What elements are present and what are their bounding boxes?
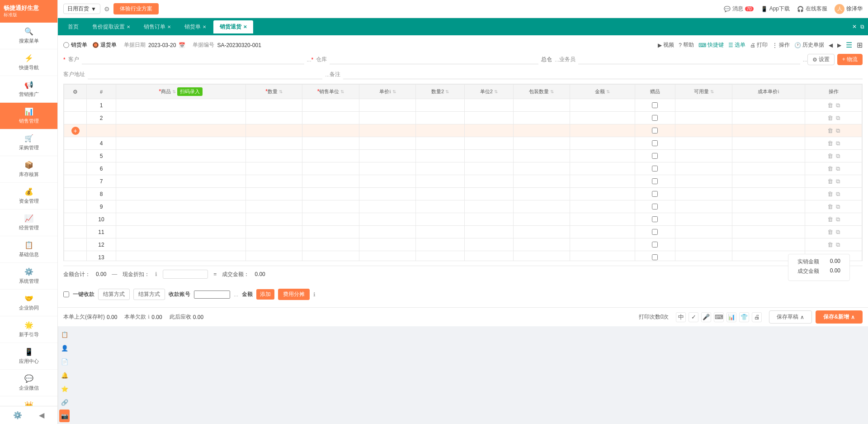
radio-sale[interactable]: 销货单 (63, 41, 87, 49)
delete-row-4-icon[interactable]: 🗑 (827, 140, 833, 147)
history-btn[interactable]: 🕐 历史单据 (794, 41, 824, 49)
row-unit2-3[interactable] (465, 124, 514, 137)
toolbar-icon-1[interactable]: 中 (676, 312, 686, 322)
copy-row-12-icon[interactable]: ⧉ (836, 241, 840, 248)
sidebar-item-apps[interactable]: 📱 应用中心 (0, 343, 57, 370)
delete-row-10-icon[interactable]: 🗑 (827, 216, 833, 223)
sidebar-item-system[interactable]: ⚙️ 系统管理 (0, 263, 57, 290)
row-unit2-2[interactable] (465, 112, 514, 124)
delete-row-9-icon[interactable]: 🗑 (827, 203, 833, 210)
operation-btn[interactable]: ⋮ 操作 (772, 41, 790, 49)
video-btn[interactable]: ▶ 视频 (658, 41, 674, 49)
row-unit-1[interactable] (302, 99, 359, 112)
discount-info-icon[interactable]: ℹ (155, 271, 157, 277)
delete-row-12-icon[interactable]: 🗑 (827, 241, 833, 248)
row-amount-1[interactable] (570, 99, 635, 112)
sort-unit-icon[interactable]: ⇅ (340, 89, 344, 94)
expense-split-btn[interactable]: 费用分摊 (278, 289, 310, 300)
settings-btn[interactable]: ⚙ 设置 (807, 54, 835, 65)
save-draft-btn[interactable]: 保存草稿 ∧ (769, 310, 812, 324)
delete-row-11-icon[interactable]: 🗑 (827, 229, 833, 236)
row-price-1[interactable] (359, 99, 416, 112)
sidebar-item-purchase[interactable]: 🛒 采购管理 (0, 129, 57, 156)
sidebar-item-member[interactable]: 👑 畅会员 (0, 396, 57, 406)
customer-dots[interactable]: ... (307, 57, 311, 63)
tab-close-price-setting[interactable]: ✕ (127, 24, 130, 29)
sidebar-item-enterprise[interactable]: 🤝 企业协同 (0, 290, 57, 316)
tab-close-sales-return[interactable]: ✕ (243, 24, 247, 29)
copy-row-9-icon[interactable]: ⧉ (836, 203, 840, 210)
sort-pkgqty-icon[interactable]: ⇅ (550, 89, 554, 94)
experience-btn[interactable]: 体验行业方案 (113, 3, 159, 14)
right-panel-icon-4[interactable]: 🔔 (59, 369, 70, 381)
settlement-method-btn[interactable]: 结算方式 (98, 289, 130, 300)
tab-sales[interactable]: 销货单 ✕ (178, 20, 212, 33)
right-panel-icon-2[interactable]: 👤 (59, 342, 70, 354)
cost-info-icon[interactable]: ℹ (778, 89, 779, 94)
nav-prev-icon[interactable]: ◀ (829, 42, 833, 48)
salesperson-input[interactable] (578, 55, 800, 64)
tab-close-sales-order[interactable]: ✕ (167, 24, 171, 29)
row-pkgqty-1[interactable] (513, 99, 570, 112)
warehouse-dots[interactable]: ... (555, 57, 559, 63)
warehouse-input[interactable] (330, 55, 538, 64)
discount-input[interactable] (163, 270, 208, 279)
row-qty-1[interactable] (245, 99, 302, 112)
one-key-payment-checkbox[interactable] (63, 291, 69, 297)
right-panel-icon-6[interactable]: 🔗 (59, 396, 70, 409)
nav-next-icon[interactable]: ▶ (837, 42, 841, 48)
company-select[interactable]: 日用百货 ▼ (63, 4, 100, 14)
sort-amount-icon[interactable]: ⇅ (606, 89, 610, 94)
copy-row-7-icon[interactable]: ⧉ (836, 178, 840, 185)
sidebar-item-basic[interactable]: 📋 基础信息 (0, 236, 57, 263)
select-btn[interactable]: ☰ 选单 (728, 41, 745, 49)
copy-row-11-icon[interactable]: ⧉ (836, 229, 840, 236)
copy-row-8-icon[interactable]: ⧉ (836, 191, 840, 198)
tab-home[interactable]: 首页 (61, 20, 85, 33)
sort-qty2-icon[interactable]: ⇅ (445, 89, 449, 94)
print-count-label[interactable]: 打印次数0次 (639, 313, 669, 321)
salesperson-dots[interactable]: ... (803, 57, 807, 63)
row-amount-2[interactable] (570, 112, 635, 124)
row-unit-2[interactable] (302, 112, 359, 124)
close-all-icon[interactable]: ✕ (852, 24, 857, 30)
view-list-icon[interactable]: ☰ (846, 41, 852, 49)
scan-btn[interactable]: 扫码录入 (177, 87, 203, 96)
sidebar-item-operations[interactable]: 📈 经营管理 (0, 210, 57, 236)
row-price-3[interactable] (359, 124, 416, 137)
logistics-btn[interactable]: + 物流 (837, 54, 863, 65)
toolbar-icon-3[interactable]: 🎤 (701, 312, 711, 322)
sidebar-item-sales[interactable]: 📊 销售管理 (0, 103, 57, 129)
delete-row-3-icon[interactable]: 🗑 (827, 127, 833, 134)
row-product-1[interactable] (116, 99, 245, 112)
sort-price-icon[interactable]: ⇅ (392, 89, 396, 94)
row-product-2[interactable] (116, 112, 245, 124)
footer-info-icon[interactable]: ℹ (313, 291, 316, 298)
address-input[interactable] (88, 70, 322, 79)
sidebar-item-marketing[interactable]: 📢 营销推广 (0, 76, 57, 103)
copy-row-3-icon[interactable]: ⧉ (836, 127, 840, 134)
row-unit2-1[interactable] (465, 99, 514, 112)
row-qty2-1[interactable] (416, 99, 465, 112)
settings-bottom-icon[interactable]: ⚙️ (13, 411, 22, 419)
toolbar-icon-6[interactable]: 👕 (739, 312, 749, 322)
delete-row-2-icon[interactable]: 🗑 (827, 114, 833, 122)
shortcut-btn[interactable]: ⌨ 快捷键 (698, 41, 724, 49)
view-grid-icon[interactable]: ⊞ (857, 41, 863, 49)
summary-method-btn[interactable]: 结算方式 (133, 289, 165, 300)
delete-row-7-icon[interactable]: 🗑 (827, 178, 833, 185)
add-payment-btn[interactable]: 添加 (256, 289, 274, 300)
sort-unit2-icon[interactable]: ⇅ (494, 89, 498, 94)
collapse-icon[interactable]: ◀ (39, 411, 44, 419)
address-dots[interactable]: ... (325, 71, 330, 78)
window-icon[interactable]: ⧉ (860, 24, 864, 30)
sidebar-item-search[interactable]: 🔍 搜索菜单 (0, 23, 57, 49)
tab-close-sales[interactable]: ✕ (203, 24, 206, 29)
customer-input[interactable] (82, 55, 304, 64)
toolbar-icon-7[interactable]: 🖨 (752, 312, 762, 322)
price-info-icon[interactable]: ℹ (389, 89, 391, 94)
delete-row-6-icon[interactable]: 🗑 (827, 165, 833, 172)
account-input[interactable] (194, 291, 230, 299)
right-panel-icon-5[interactable]: ⭐ (59, 382, 70, 395)
copy-row-2-icon[interactable]: ⧉ (836, 114, 840, 122)
